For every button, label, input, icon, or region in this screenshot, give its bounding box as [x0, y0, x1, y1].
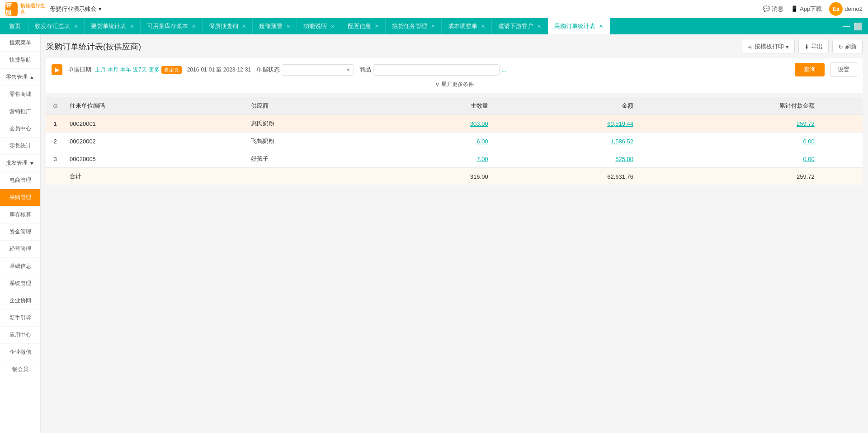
tab-jianhuo-label: 拣货任务管理	[392, 22, 427, 30]
sidebar-item-quicknav[interactable]: 快捷导航	[0, 52, 40, 69]
sidebar-item-collab[interactable]: 企业协同	[0, 292, 40, 309]
tab-baozhi-close[interactable]: ✕	[242, 24, 246, 29]
date-shortcut-lastmonth[interactable]: 上月	[95, 66, 106, 74]
tab-shoufacun[interactable]: 收发存汇总表 ✕	[28, 18, 85, 34]
print-button[interactable]: 🖨 按模板打印 ▾	[741, 40, 795, 53]
sidebar-operations-label: 经营管理	[9, 246, 31, 252]
tab-keyongliang-close[interactable]: ✕	[192, 24, 196, 29]
date-shortcut-thisyear[interactable]: 本年	[120, 66, 131, 74]
row-supplier: 好孩子	[245, 150, 381, 168]
sidebar-retail-stats-label: 零售统计	[9, 143, 31, 149]
filter-toggle-icon: ▶	[55, 66, 60, 73]
tab-chaochuyujing-close[interactable]: ✕	[286, 24, 290, 29]
sidebar-item-appcentre[interactable]: 应用中心	[0, 327, 40, 344]
tab-yaoqing-label: 邀请下游客户	[498, 22, 533, 30]
sidebar-item-purchase[interactable]: 采购管理	[0, 189, 40, 206]
date-shortcut-7days[interactable]: 近7天	[133, 66, 147, 74]
filter-toggle-btn[interactable]: ▶	[52, 64, 62, 75]
sidebar-item-retail-shop[interactable]: 零售商城	[0, 86, 40, 103]
row-supplier: 飞鹤奶粉	[245, 133, 381, 150]
footer-paid: 259.72	[639, 168, 820, 186]
tab-chengben-close[interactable]: ✕	[481, 24, 485, 29]
tab-jianhuo[interactable]: 拣货任务管理 ✕	[386, 18, 442, 34]
sidebar-item-retail-mgmt[interactable]: 零售管理 ▲	[0, 69, 40, 86]
sidebar-item-search[interactable]: 搜索菜单	[0, 34, 40, 52]
sidebar-item-members[interactable]: 会员中心	[0, 120, 40, 138]
top-right: 💬 消息 📱 App下载 Ea demo2	[763, 2, 863, 16]
sidebar-item-newguide[interactable]: 新手引导	[0, 309, 40, 327]
tab-peizhi-label: 配置信息	[348, 22, 371, 30]
date-shortcut-thismonth[interactable]: 本月	[108, 66, 118, 74]
tab-gongneng[interactable]: 功能说明 ✕	[297, 18, 341, 34]
more-filter-btn[interactable]: ...	[501, 67, 506, 73]
tab-baozhi[interactable]: 保质期查询 ✕	[203, 18, 253, 34]
footer-empty2	[820, 168, 863, 186]
data-table: ⚙ 往来单位编码 供应商 主数量 金额 累计付款金额 1 00020001 惠氏…	[46, 97, 863, 185]
sidebar-item-marketing[interactable]: 营销推广	[0, 103, 40, 120]
expand-more-btn[interactable]: ∨ 展开更多条件	[435, 81, 474, 88]
tab-minimize-icon[interactable]: —	[843, 22, 850, 30]
table-row[interactable]: 2 00020002 飞鹤奶粉 6.00 1,586.52 0.00	[46, 133, 863, 150]
user-area[interactable]: Ea demo2	[829, 2, 863, 16]
tab-jianhuo-close[interactable]: ✕	[431, 24, 435, 29]
tab-chengben[interactable]: 成本调整单 ✕	[442, 18, 492, 34]
tab-chaochuyujing[interactable]: 超储预警 ✕	[253, 18, 297, 34]
query-button[interactable]: 查询	[795, 63, 825, 76]
tab-shoufacun-close[interactable]: ✕	[74, 24, 78, 29]
row-code: 00020002	[64, 133, 245, 150]
tab-caigou-close[interactable]: ✕	[599, 24, 603, 29]
tab-chengben-label: 成本调整单	[448, 22, 477, 30]
sidebar-item-wholesale-mgmt[interactable]: 批发管理 ▼	[0, 155, 40, 172]
workspace-selector[interactable]: 母婴行业演示账套 ▾	[50, 5, 102, 13]
tab-peizhi-close[interactable]: ✕	[375, 24, 379, 29]
tab-yaohuodan[interactable]: 要货单统计表 ✕	[85, 18, 141, 34]
table-header-row: ⚙ 往来单位编码 供应商 主数量 金额 累计付款金额	[46, 97, 863, 115]
table-row[interactable]: 1 00020001 惠氏奶粉 303.00 60,519.44 259.72	[46, 115, 863, 133]
nav-tabs-actions: — ⬜	[843, 22, 866, 31]
filter-panel: ▶ 单据日期 上月 本月 本年 近7天 更多 自定义 2016-01-01 至 …	[46, 58, 863, 93]
tab-caigou[interactable]: 采购订单统计表 ✕	[548, 18, 610, 34]
refresh-button[interactable]: ↻ 刷新	[832, 40, 863, 53]
table-row[interactable]: 3 00020005 好孩子 7.00 525.80 0.00	[46, 150, 863, 168]
tab-peizhi[interactable]: 配置信息 ✕	[341, 18, 386, 34]
app-download-btn[interactable]: 📱 App下载	[791, 5, 822, 13]
sidebar-item-member-vip[interactable]: 畅会员	[0, 361, 40, 378]
tab-yaohuodan-close[interactable]: ✕	[130, 24, 134, 29]
print-dropdown-icon: ▾	[786, 43, 789, 50]
workspace-name: 母婴行业演示账套	[50, 5, 97, 13]
col-paid: 累计付款金额	[639, 97, 820, 115]
sidebar-item-system[interactable]: 系统管理	[0, 275, 40, 292]
sidebar-marketing-label: 营销推广	[9, 108, 31, 114]
sidebar-item-ecommerce[interactable]: 电商管理	[0, 172, 40, 189]
row-amount: 1,586.52	[494, 133, 639, 150]
tab-maximize-icon[interactable]: ⬜	[854, 22, 863, 31]
export-button[interactable]: ⬇ 导出	[798, 40, 829, 53]
user-initial: Ea	[833, 6, 840, 12]
row-index: 2	[46, 133, 64, 150]
footer-quantity: 316.00	[380, 168, 493, 186]
date-shortcut-more[interactable]: 更多	[149, 66, 160, 74]
tab-gongneng-close[interactable]: ✕	[330, 24, 335, 29]
goods-input[interactable]	[373, 64, 500, 76]
tab-home[interactable]: 首页	[2, 18, 28, 34]
sidebar: 搜索菜单 快捷导航 零售管理 ▲ 零售商城 营销推广 会员中心 零售统计 批发管…	[0, 34, 41, 433]
logo-icon-text: 标服	[5, 1, 18, 17]
sidebar-item-finance[interactable]: 资金管理	[0, 224, 40, 241]
date-custom-badge[interactable]: 自定义	[161, 66, 182, 74]
tab-yaoqing-close[interactable]: ✕	[537, 24, 541, 29]
sidebar-item-inventory[interactable]: 库存核算	[0, 206, 40, 224]
row-extra	[820, 150, 863, 168]
sidebar-item-basicinfo[interactable]: 基础信息	[0, 258, 40, 275]
sidebar-item-operations[interactable]: 经营管理	[0, 241, 40, 258]
status-select[interactable]	[282, 64, 354, 76]
tab-keyongliang[interactable]: 可用量库存账本 ✕	[141, 18, 203, 34]
print-label: 按模板打印	[755, 43, 784, 51]
settings-col-icon[interactable]: ⚙	[52, 102, 58, 109]
tab-yaoqing[interactable]: 邀请下游客户 ✕	[492, 18, 548, 34]
sidebar-finance-label: 资金管理	[9, 228, 31, 235]
sidebar-item-wechat[interactable]: 企业微信	[0, 344, 40, 361]
settings-button[interactable]: 设置	[830, 62, 857, 77]
tab-caigou-label: 采购订单统计表	[554, 22, 595, 30]
sidebar-item-retail-stats[interactable]: 零售统计	[0, 138, 40, 155]
message-btn[interactable]: 💬 消息	[763, 5, 783, 13]
